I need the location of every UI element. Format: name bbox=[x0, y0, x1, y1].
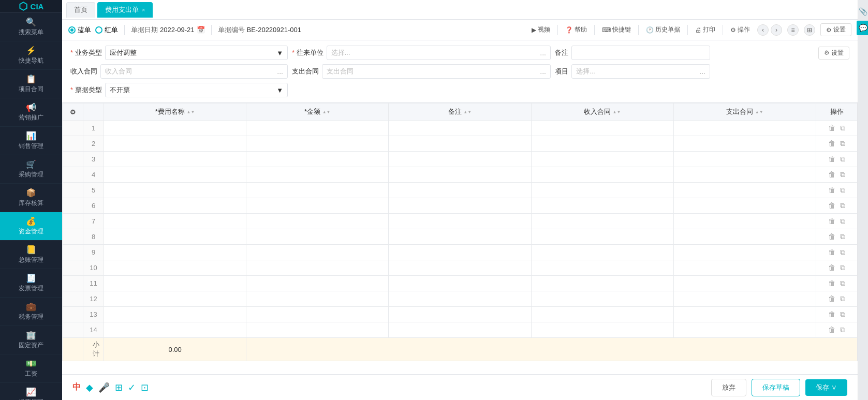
partner-dots[interactable]: ... bbox=[540, 49, 546, 57]
toolbar-action-print[interactable]: 🖨 打印 bbox=[695, 25, 715, 34]
td-amount-1[interactable] bbox=[246, 121, 389, 136]
td-expense-name-6[interactable] bbox=[104, 198, 246, 214]
td-expense-contract-4[interactable] bbox=[673, 167, 816, 183]
td-amount-8[interactable] bbox=[246, 229, 389, 245]
tab-close-expense[interactable]: × bbox=[142, 7, 145, 13]
sidebar-item-sales[interactable]: 📊 销售管理 bbox=[0, 127, 62, 155]
td-expense-name-3[interactable] bbox=[104, 152, 246, 167]
th-settings[interactable]: ⚙ bbox=[63, 103, 83, 121]
save-draft-button[interactable]: 保存草稿 bbox=[752, 379, 800, 396]
td-expense-name-4[interactable] bbox=[104, 167, 246, 183]
td-remark-3[interactable] bbox=[389, 152, 531, 167]
toolbar-action-help[interactable]: ❓ 帮助 bbox=[565, 25, 587, 34]
td-amount-13[interactable] bbox=[246, 307, 389, 322]
income-contract-dots[interactable]: ... bbox=[277, 67, 283, 76]
td-amount-14[interactable] bbox=[246, 322, 389, 338]
copy-icon-7[interactable]: ⧉ bbox=[840, 217, 845, 225]
copy-icon-12[interactable]: ⧉ bbox=[840, 294, 845, 303]
td-expense-contract-3[interactable] bbox=[673, 152, 816, 167]
td-income-contract-14[interactable] bbox=[531, 322, 673, 338]
toolbar-action-operation[interactable]: ⚙ 操作 bbox=[730, 25, 750, 34]
td-amount-6[interactable] bbox=[246, 198, 389, 214]
delete-icon-14[interactable]: 🗑 bbox=[828, 325, 835, 334]
td-amount-11[interactable] bbox=[246, 276, 389, 291]
expense-contract-select[interactable]: 支出合同 ... bbox=[322, 64, 551, 79]
icon-grid[interactable]: ⊡ bbox=[141, 382, 149, 393]
delete-icon-7[interactable]: 🗑 bbox=[828, 217, 835, 225]
td-amount-10[interactable] bbox=[246, 260, 389, 276]
delete-icon-9[interactable]: 🗑 bbox=[828, 248, 835, 256]
save-button[interactable]: 保存 ∨ bbox=[805, 379, 847, 396]
copy-icon-6[interactable]: ⧉ bbox=[840, 201, 845, 210]
form-settings-button[interactable]: ⚙ 设置 bbox=[818, 47, 849, 60]
copy-icon-10[interactable]: ⧉ bbox=[840, 263, 845, 272]
th-amount[interactable]: *金额 ▲▼ bbox=[246, 103, 389, 121]
sidebar-item-search[interactable]: 🔍 搜索菜单 bbox=[0, 13, 62, 41]
radio-red[interactable]: 红单 bbox=[95, 25, 118, 35]
ticket-type-select[interactable]: 不开票 ▼ bbox=[105, 83, 288, 97]
td-expense-name-5[interactable] bbox=[104, 183, 246, 198]
td-expense-contract-11[interactable] bbox=[673, 276, 816, 291]
sidebar-item-shortcut[interactable]: ⚡ 快捷导航 bbox=[0, 41, 62, 70]
delete-icon-1[interactable]: 🗑 bbox=[828, 124, 835, 132]
copy-icon-2[interactable]: ⧉ bbox=[840, 139, 845, 147]
icon-mic[interactable]: 🎤 bbox=[98, 382, 110, 393]
toolbar-action-video[interactable]: ▶ 视频 bbox=[532, 25, 550, 34]
nav-next-btn[interactable]: › bbox=[771, 24, 782, 36]
icon-diamond[interactable]: ◆ bbox=[86, 382, 93, 393]
td-expense-contract-8[interactable] bbox=[673, 229, 816, 245]
td-remark-6[interactable] bbox=[389, 198, 531, 214]
toolbar-action-history[interactable]: 🕐 历史单据 bbox=[646, 25, 680, 34]
td-expense-name-9[interactable] bbox=[104, 245, 246, 260]
delete-icon-12[interactable]: 🗑 bbox=[828, 294, 835, 303]
td-income-contract-7[interactable] bbox=[531, 214, 673, 229]
copy-icon-3[interactable]: ⧉ bbox=[840, 155, 845, 163]
td-remark-1[interactable] bbox=[389, 121, 531, 136]
td-remark-14[interactable] bbox=[389, 322, 531, 338]
partner-select[interactable]: 选择... ... bbox=[327, 46, 551, 60]
sidebar-item-invoice[interactable]: 🧾 发票管理 bbox=[0, 269, 62, 298]
discard-button[interactable]: 放弃 bbox=[711, 379, 746, 396]
td-income-contract-6[interactable] bbox=[531, 198, 673, 214]
td-expense-name-11[interactable] bbox=[104, 276, 246, 291]
business-type-select[interactable]: 应付调整 ▼ bbox=[105, 46, 288, 60]
sidebar-item-inventory[interactable]: 📦 库存核算 bbox=[0, 184, 62, 212]
td-income-contract-3[interactable] bbox=[531, 152, 673, 167]
delete-icon-3[interactable]: 🗑 bbox=[828, 155, 835, 163]
copy-icon-4[interactable]: ⧉ bbox=[840, 170, 845, 179]
sidebar-item-accounting[interactable]: 📒 总账管理 bbox=[0, 241, 62, 269]
th-remark[interactable]: 备注 ▲▼ bbox=[389, 103, 531, 121]
toolbar-action-shortcut[interactable]: ⌨ 快捷键 bbox=[602, 25, 631, 34]
th-income-contract[interactable]: 收入合同 ▲▼ bbox=[531, 103, 673, 121]
td-remark-13[interactable] bbox=[389, 307, 531, 322]
td-remark-9[interactable] bbox=[389, 245, 531, 260]
td-amount-12[interactable] bbox=[246, 291, 389, 307]
th-expense-contract[interactable]: 支出合同 ▲▼ bbox=[673, 103, 816, 121]
td-expense-contract-14[interactable] bbox=[673, 322, 816, 338]
td-expense-name-13[interactable] bbox=[104, 307, 246, 322]
income-contract-select[interactable]: 收入合同 ... bbox=[100, 64, 288, 79]
td-expense-contract-1[interactable] bbox=[673, 121, 816, 136]
td-remark-11[interactable] bbox=[389, 276, 531, 291]
td-income-contract-11[interactable] bbox=[531, 276, 673, 291]
copy-icon-14[interactable]: ⧉ bbox=[840, 325, 845, 334]
copy-icon-11[interactable]: ⧉ bbox=[840, 279, 845, 287]
delete-icon-8[interactable]: 🗑 bbox=[828, 232, 835, 241]
td-expense-contract-9[interactable] bbox=[673, 245, 816, 260]
td-remark-10[interactable] bbox=[389, 260, 531, 276]
td-amount-7[interactable] bbox=[246, 214, 389, 229]
td-remark-4[interactable] bbox=[389, 167, 531, 183]
td-expense-name-10[interactable] bbox=[104, 260, 246, 276]
td-expense-contract-5[interactable] bbox=[673, 183, 816, 198]
copy-icon-13[interactable]: ⧉ bbox=[840, 310, 845, 318]
delete-icon-11[interactable]: 🗑 bbox=[828, 279, 835, 287]
td-expense-name-2[interactable] bbox=[104, 136, 246, 152]
td-income-contract-4[interactable] bbox=[531, 167, 673, 183]
tab-home[interactable]: 首页 bbox=[66, 2, 95, 18]
view-list-btn[interactable]: ≡ bbox=[787, 24, 799, 36]
right-tab-chat[interactable]: 💬 bbox=[857, 21, 868, 35]
td-expense-contract-12[interactable] bbox=[673, 291, 816, 307]
copy-icon-5[interactable]: ⧉ bbox=[840, 186, 845, 194]
sidebar-item-marketing[interactable]: 📢 营销推广 bbox=[0, 98, 62, 127]
td-expense-contract-13[interactable] bbox=[673, 307, 816, 322]
